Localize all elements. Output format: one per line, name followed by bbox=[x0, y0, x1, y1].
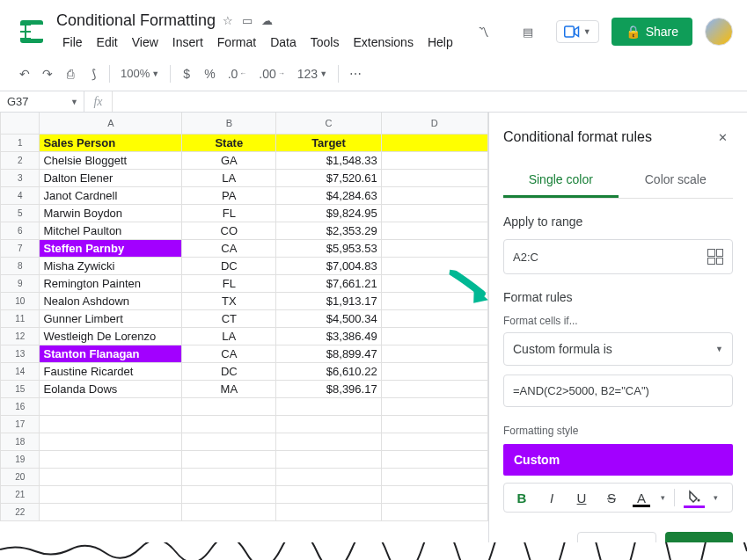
underline-button[interactable]: U bbox=[571, 491, 592, 505]
cell[interactable]: $7,661.21 bbox=[276, 274, 381, 292]
format-currency-button[interactable]: $ bbox=[176, 63, 197, 84]
cell[interactable] bbox=[40, 450, 182, 468]
menu-format[interactable]: Format bbox=[211, 32, 262, 53]
cell[interactable]: $7,520.61 bbox=[276, 169, 381, 186]
row-header[interactable]: 4 bbox=[1, 186, 40, 204]
cell[interactable]: DC bbox=[182, 362, 276, 380]
doc-title[interactable]: Conditional Formatting bbox=[56, 11, 216, 30]
cell[interactable]: LA bbox=[182, 327, 276, 345]
account-avatar[interactable] bbox=[705, 18, 733, 46]
row-header[interactable]: 7 bbox=[1, 239, 40, 257]
cell[interactable]: FL bbox=[182, 274, 276, 292]
cell[interactable] bbox=[381, 345, 487, 362]
activity-icon[interactable]: 〽 bbox=[468, 16, 500, 47]
cell[interactable] bbox=[381, 503, 487, 520]
cell[interactable]: $4,500.34 bbox=[276, 309, 381, 327]
cell[interactable]: $5,953.53 bbox=[276, 239, 381, 257]
cell[interactable]: $6,610.22 bbox=[276, 362, 381, 380]
cell[interactable] bbox=[182, 468, 276, 485]
row-header[interactable]: 6 bbox=[1, 222, 40, 239]
cell[interactable]: $9,824.95 bbox=[276, 204, 381, 222]
meet-button[interactable]: ▼ bbox=[556, 20, 599, 43]
name-box[interactable]: G37▼ bbox=[0, 91, 84, 112]
redo-button[interactable]: ↷ bbox=[37, 63, 58, 84]
menu-data[interactable]: Data bbox=[264, 32, 303, 53]
cell[interactable]: Stanton Flanagan bbox=[40, 345, 182, 362]
cell[interactable] bbox=[182, 485, 276, 503]
cell[interactable]: $4,284.63 bbox=[276, 186, 381, 204]
cell[interactable] bbox=[40, 397, 182, 415]
cell[interactable] bbox=[276, 468, 381, 485]
cell[interactable]: $8,396.17 bbox=[276, 380, 381, 397]
col-header-A[interactable]: A bbox=[40, 113, 182, 134]
cell[interactable]: CO bbox=[182, 222, 276, 239]
menu-insert[interactable]: Insert bbox=[166, 32, 209, 53]
cell[interactable]: CA bbox=[182, 239, 276, 257]
row-header[interactable]: 5 bbox=[1, 204, 40, 222]
decrease-decimal-button[interactable]: .0← bbox=[223, 63, 253, 84]
menu-file[interactable]: File bbox=[56, 32, 89, 53]
cell[interactable] bbox=[381, 134, 487, 151]
row-header[interactable]: 14 bbox=[1, 362, 40, 380]
cell[interactable]: State bbox=[182, 134, 276, 151]
col-header-C[interactable]: C bbox=[276, 113, 381, 134]
cell[interactable] bbox=[381, 485, 487, 503]
row-header[interactable]: 8 bbox=[1, 257, 40, 274]
cell[interactable] bbox=[381, 362, 487, 380]
cell[interactable]: Mitchel Paulton bbox=[40, 222, 182, 239]
row-header[interactable]: 12 bbox=[1, 327, 40, 345]
menu-view[interactable]: View bbox=[126, 32, 165, 53]
row-header[interactable]: 15 bbox=[1, 380, 40, 397]
menu-tools[interactable]: Tools bbox=[304, 32, 346, 53]
row-header[interactable]: 13 bbox=[1, 345, 40, 362]
comments-icon[interactable]: ▤ bbox=[512, 16, 544, 47]
share-button[interactable]: 🔒 Share bbox=[612, 18, 692, 46]
italic-button[interactable]: I bbox=[541, 491, 562, 505]
zoom-select[interactable]: 100% ▼ bbox=[115, 63, 165, 84]
cell[interactable] bbox=[276, 415, 381, 433]
cell[interactable]: PA bbox=[182, 186, 276, 204]
cell[interactable] bbox=[40, 468, 182, 485]
cell[interactable] bbox=[381, 222, 487, 239]
cell[interactable] bbox=[182, 433, 276, 450]
increase-decimal-button[interactable]: .00→ bbox=[253, 63, 289, 84]
menu-help[interactable]: Help bbox=[421, 32, 459, 53]
undo-button[interactable]: ↶ bbox=[14, 63, 35, 84]
cell[interactable]: $1,548.33 bbox=[276, 151, 381, 169]
cell[interactable] bbox=[182, 415, 276, 433]
sheets-logo[interactable] bbox=[14, 14, 49, 49]
cell[interactable]: CA bbox=[182, 345, 276, 362]
style-preview[interactable]: Custom bbox=[503, 444, 733, 476]
cell[interactable]: Steffen Parnby bbox=[40, 239, 182, 257]
text-color-button[interactable]: A bbox=[631, 491, 652, 505]
row-header[interactable]: 10 bbox=[1, 292, 40, 309]
cell[interactable]: FL bbox=[182, 204, 276, 222]
cell[interactable]: Nealon Ashdown bbox=[40, 292, 182, 309]
cell[interactable] bbox=[381, 204, 487, 222]
row-header[interactable]: 18 bbox=[1, 433, 40, 450]
cell[interactable]: LA bbox=[182, 169, 276, 186]
cell[interactable] bbox=[381, 415, 487, 433]
range-input[interactable]: A2:C bbox=[503, 239, 733, 274]
format-percent-button[interactable]: % bbox=[199, 63, 220, 84]
cell[interactable]: $1,913.17 bbox=[276, 292, 381, 309]
row-header[interactable]: 3 bbox=[1, 169, 40, 186]
paint-format-button[interactable]: ⟆ bbox=[83, 63, 104, 84]
cell[interactable]: Misha Zywicki bbox=[40, 257, 182, 274]
cell[interactable] bbox=[182, 450, 276, 468]
bold-button[interactable]: B bbox=[511, 491, 532, 505]
formula-input[interactable]: =AND(C2>5000, B2="CA") bbox=[503, 375, 733, 407]
row-header[interactable]: 22 bbox=[1, 503, 40, 520]
cell[interactable]: Eolanda Dows bbox=[40, 380, 182, 397]
menu-extensions[interactable]: Extensions bbox=[347, 32, 419, 53]
more-toolbar-button[interactable]: ⋯ bbox=[344, 63, 367, 84]
cell[interactable]: $7,004.83 bbox=[276, 257, 381, 274]
cell[interactable]: Dalton Elener bbox=[40, 169, 182, 186]
cell[interactable]: Chelsie Bloggett bbox=[40, 151, 182, 169]
row-header[interactable]: 20 bbox=[1, 468, 40, 485]
tab-color-scale[interactable]: Color scale bbox=[619, 164, 734, 198]
condition-select[interactable]: Custom formula is ▼ bbox=[503, 332, 733, 366]
row-header[interactable]: 9 bbox=[1, 274, 40, 292]
cell[interactable] bbox=[381, 151, 487, 169]
cell[interactable] bbox=[381, 239, 487, 257]
